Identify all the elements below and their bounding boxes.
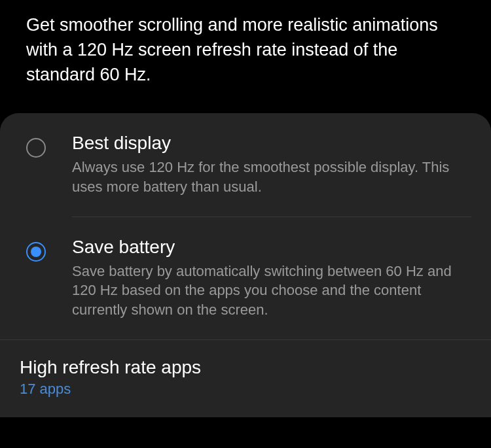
apps-section-title: High refresh rate apps <box>20 357 471 378</box>
option-description: Save battery by automatically switching … <box>72 262 471 320</box>
high-refresh-rate-apps[interactable]: High refresh rate apps 17 apps <box>0 340 491 417</box>
header-description: Get smoother scrolling and more realisti… <box>0 0 491 107</box>
radio-save-battery[interactable] <box>26 242 46 262</box>
radio-best-display[interactable] <box>26 138 46 158</box>
radio-inner-dot-icon <box>31 247 41 257</box>
option-content: Save battery Save battery by automatical… <box>72 237 471 320</box>
option-content: Best display Always use 120 Hz for the s… <box>72 133 471 196</box>
option-save-battery[interactable]: Save battery Save battery by automatical… <box>0 217 491 339</box>
option-description: Always use 120 Hz for the smoothest poss… <box>72 158 471 196</box>
apps-section-count: 17 apps <box>20 381 471 398</box>
option-best-display[interactable]: Best display Always use 120 Hz for the s… <box>0 113 491 216</box>
radio-selected-icon <box>26 242 46 262</box>
options-card: Best display Always use 120 Hz for the s… <box>0 113 491 417</box>
option-title: Save battery <box>72 237 471 258</box>
radio-unselected-icon <box>26 138 46 158</box>
option-title: Best display <box>72 133 471 154</box>
